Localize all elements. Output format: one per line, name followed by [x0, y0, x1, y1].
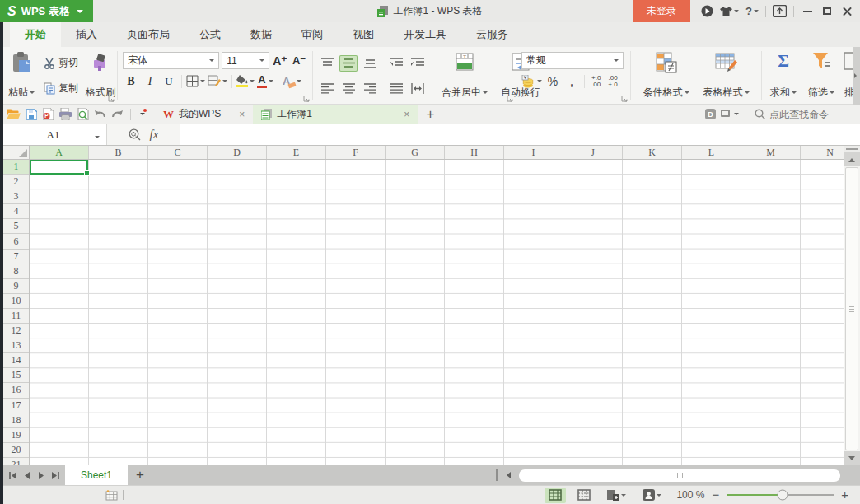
conditional-format-button[interactable]: 条件格式: [640, 50, 693, 101]
select-all-corner[interactable]: [3, 146, 30, 160]
row-header-13[interactable]: 13: [3, 338, 29, 353]
menu-tab-5[interactable]: 审阅: [287, 22, 338, 47]
row-header-9[interactable]: 9: [3, 279, 29, 294]
paste-button[interactable]: 粘贴: [5, 50, 38, 101]
zoom-slider[interactable]: [727, 494, 834, 496]
dialog-launcher-icon[interactable]: [303, 96, 310, 102]
scroll-left-button[interactable]: [500, 467, 516, 483]
currency-button[interactable]: ¥: [521, 72, 542, 90]
menu-tab-7[interactable]: 开发工具: [389, 22, 461, 47]
add-sheet-button[interactable]: +: [128, 465, 152, 485]
next-sheet-button[interactable]: [35, 467, 48, 483]
zoom-out-button[interactable]: −: [712, 489, 719, 501]
column-header-C[interactable]: C: [148, 146, 208, 160]
vertical-scroll-thumb[interactable]: [845, 167, 858, 450]
menu-tab-4[interactable]: 数据: [236, 22, 287, 47]
row-header-7[interactable]: 7: [3, 250, 29, 264]
formula-input[interactable]: [180, 124, 860, 145]
row-header-17[interactable]: 17: [3, 399, 29, 413]
vertical-scrollbar[interactable]: [844, 146, 860, 465]
menu-tab-2[interactable]: 页面布局: [112, 22, 185, 47]
wps-logo-menu[interactable]: S WPS 表格: [0, 0, 93, 22]
row-header-18[interactable]: 18: [3, 413, 29, 428]
page-layout-view-button[interactable]: [602, 488, 630, 503]
row-header-15[interactable]: 15: [3, 368, 29, 383]
zoom-in-button[interactable]: +: [841, 489, 848, 501]
cut-button[interactable]: 剪切: [41, 55, 81, 71]
row-header-4[interactable]: 4: [3, 204, 29, 219]
merge-center-button[interactable]: T 合并居中: [438, 50, 491, 101]
insert-function-button[interactable]: fx: [150, 128, 159, 142]
menu-tab-6[interactable]: 视图: [338, 22, 389, 47]
column-header-L[interactable]: L: [682, 146, 741, 160]
command-search-input[interactable]: [769, 109, 855, 120]
justify-button[interactable]: [387, 81, 405, 97]
underline-button[interactable]: U: [161, 72, 177, 90]
row-header-12[interactable]: 12: [3, 324, 29, 338]
close-tab-icon[interactable]: ×: [404, 109, 409, 120]
bold-button[interactable]: B: [123, 72, 139, 90]
row-header-10[interactable]: 10: [3, 294, 29, 309]
align-left-button[interactable]: [318, 81, 336, 97]
sum-button[interactable]: Σ 求和: [767, 50, 800, 101]
copy-button[interactable]: 复制: [41, 81, 81, 96]
column-header-I[interactable]: I: [504, 146, 563, 160]
borders-button[interactable]: [186, 72, 205, 90]
clear-format-button[interactable]: A: [283, 72, 301, 90]
command-search[interactable]: [755, 109, 855, 120]
column-header-B[interactable]: B: [89, 146, 148, 160]
feedback-icon[interactable]: [697, 0, 717, 22]
formula-search-icon[interactable]: [129, 128, 141, 141]
align-middle-button[interactable]: [339, 55, 358, 72]
align-center-button[interactable]: [339, 81, 358, 97]
close-tab-icon[interactable]: ×: [239, 109, 245, 120]
split-handle[interactable]: [844, 146, 860, 152]
align-bottom-button[interactable]: [361, 55, 379, 72]
undo-button[interactable]: [91, 105, 109, 123]
normal-view-button[interactable]: [545, 488, 566, 503]
scroll-down-button[interactable]: [844, 451, 860, 465]
fill-color-button[interactable]: [236, 72, 255, 90]
first-sheet-button[interactable]: [7, 467, 20, 483]
table-style-button[interactable]: 表格样式: [700, 50, 753, 101]
align-top-button[interactable]: [318, 55, 336, 72]
column-header-D[interactable]: D: [208, 146, 267, 160]
open-file-button[interactable]: [5, 105, 22, 123]
macro-record-icon[interactable]: [105, 490, 118, 501]
font-color-button[interactable]: A: [257, 72, 273, 90]
scroll-up-button[interactable]: [844, 152, 860, 166]
customize-toolbar-button[interactable]: [135, 106, 148, 123]
close-button[interactable]: [837, 0, 857, 22]
export-pdf-button[interactable]: P: [40, 105, 57, 123]
ribbon-scroll-right[interactable]: [853, 47, 860, 105]
column-header-J[interactable]: J: [563, 146, 623, 160]
align-right-button[interactable]: [361, 81, 379, 97]
vertical-scroll-track[interactable]: [844, 166, 860, 451]
font-size-select[interactable]: 11: [222, 52, 269, 69]
zoom-slider-knob[interactable]: [777, 490, 788, 501]
draw-border-button[interactable]: [208, 72, 227, 90]
row-header-5[interactable]: 5: [3, 219, 29, 234]
login-button[interactable]: 未登录: [633, 0, 690, 22]
row-header-8[interactable]: 8: [3, 264, 29, 279]
distributed-button[interactable]: [409, 81, 427, 97]
row-header-20[interactable]: 20: [3, 443, 29, 458]
redo-button[interactable]: [109, 105, 126, 123]
font-family-select[interactable]: 宋体: [123, 52, 219, 69]
last-sheet-button[interactable]: [49, 467, 62, 483]
menu-tab-3[interactable]: 公式: [185, 22, 236, 47]
column-header-E[interactable]: E: [267, 146, 326, 160]
dialog-launcher-icon[interactable]: [507, 96, 513, 102]
column-header-H[interactable]: H: [445, 146, 504, 160]
column-header-F[interactable]: F: [326, 146, 386, 160]
format-painter-button[interactable]: 格式刷: [82, 50, 119, 101]
row-header-21[interactable]: 21: [3, 458, 29, 465]
increase-font-button[interactable]: A⁺: [272, 52, 288, 69]
print-button[interactable]: [57, 105, 74, 123]
column-header-A[interactable]: A: [30, 146, 89, 160]
row-header-19[interactable]: 19: [3, 428, 29, 443]
minimize-button[interactable]: [797, 0, 817, 22]
row-header-3[interactable]: 3: [3, 189, 29, 204]
column-header-G[interactable]: G: [386, 146, 445, 160]
italic-button[interactable]: I: [142, 72, 158, 90]
